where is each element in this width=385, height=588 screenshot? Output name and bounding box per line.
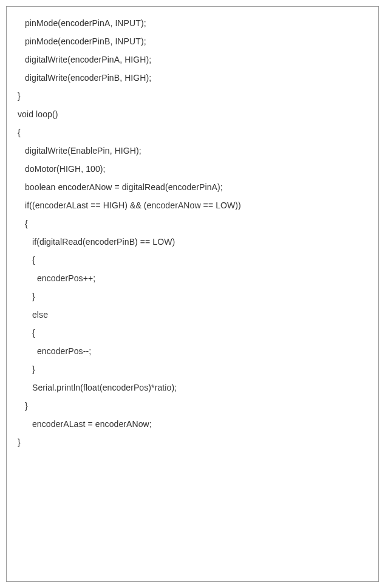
- code-line: }: [18, 287, 378, 306]
- code-line: digitalWrite(encoderPinB, HIGH);: [18, 69, 378, 87]
- code-line: encoderALast = encoderANow;: [18, 415, 378, 433]
- code-line: encoderPos--;: [18, 342, 378, 360]
- code-line: {: [18, 123, 378, 142]
- code-line: doMotor(HIGH, 100);: [18, 160, 378, 178]
- code-line: Serial.println(float(encoderPos)*ratio);: [18, 378, 378, 397]
- code-line: }: [18, 397, 378, 415]
- code-line: encoderPos++;: [18, 269, 378, 287]
- code-line: if((encoderALast == HIGH) && (encoderANo…: [18, 196, 378, 214]
- code-line: digitalWrite(EnablePin, HIGH);: [18, 142, 378, 160]
- code-line: }: [18, 87, 378, 105]
- code-line: pinMode(encoderPinB, INPUT);: [18, 32, 378, 50]
- code-line: {: [18, 324, 378, 342]
- code-line: }: [18, 433, 378, 451]
- code-line: if(digitalRead(encoderPinB) == LOW): [18, 233, 378, 251]
- code-line: void loop(): [18, 105, 378, 123]
- code-line: }: [18, 360, 378, 378]
- code-block: pinMode(encoderPinA, INPUT); pinMode(enc…: [6, 6, 379, 582]
- code-line: digitalWrite(encoderPinA, HIGH);: [18, 50, 378, 69]
- code-line: pinMode(encoderPinA, INPUT);: [18, 14, 378, 32]
- code-line: {: [18, 251, 378, 269]
- code-line: boolean encoderANow = digitalRead(encode…: [18, 178, 378, 196]
- code-line: else: [18, 306, 378, 324]
- code-line: {: [18, 214, 378, 233]
